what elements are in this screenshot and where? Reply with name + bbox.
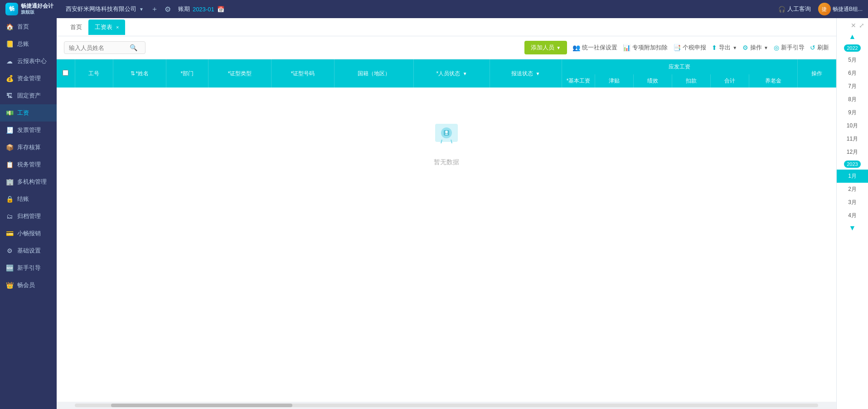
- refresh-btn[interactable]: ↺ 刷新: [810, 44, 829, 52]
- th-report-status[interactable]: 报送状态 ▼: [490, 59, 562, 88]
- guide-btn[interactable]: ◎ 新手引导: [774, 44, 805, 52]
- empty-text: 暂无数据: [434, 158, 459, 166]
- year-2023-label: 2023: [844, 161, 860, 168]
- company-selector[interactable]: 西安虾米网络科技有限公司 ▼: [66, 5, 144, 13]
- th-dept: *部门: [166, 59, 209, 88]
- refresh-icon: ↺: [810, 44, 815, 51]
- operations-btn[interactable]: ⚙ 操作 ▼: [742, 44, 768, 52]
- sidebar-label-close: 结账: [17, 195, 29, 203]
- cal-month-2023-04[interactable]: 4月: [837, 209, 868, 222]
- service-label: 人工客询: [787, 5, 811, 13]
- th-status[interactable]: *人员状态 ▼: [414, 59, 490, 88]
- th-name[interactable]: ⇅ *姓名: [113, 59, 166, 88]
- member-icon: 👑: [5, 282, 14, 289]
- select-all-checkbox[interactable]: [63, 70, 68, 76]
- th-emp-no: 工号: [75, 59, 113, 88]
- sidebar-item-expense[interactable]: 💳 小畅报销: [0, 225, 57, 242]
- cal-month-2022-07[interactable]: 7月: [837, 80, 868, 93]
- tab-home[interactable]: 首页: [64, 19, 88, 35]
- social-security-btn[interactable]: 👥 统一社保设置: [572, 44, 617, 52]
- sidebar-label-ledger: 总账: [17, 40, 29, 48]
- sidebar: 🏠 首页 📒 总账 ☁ 云报表中心 💰 资金管理 🏗 固定资产 💵 工资 🧾 发…: [0, 18, 57, 409]
- special-deduct-label: 专项附加扣除: [632, 44, 668, 52]
- inventory-icon: 📦: [5, 144, 14, 151]
- header-icons: ＋ ⚙: [151, 5, 171, 14]
- empty-state: 暂无数据: [57, 88, 836, 194]
- sidebar-item-cloud-report[interactable]: ☁ 云报表中心: [0, 53, 57, 70]
- sidebar-label-inventory: 库存核算: [17, 143, 41, 151]
- user-profile[interactable]: 捷 畅捷通B组...: [818, 3, 863, 15]
- payroll-table: 工号 ⇅ *姓名 *部门 *证型类型 *证型号码 国籍（地区） *人员状态: [57, 59, 836, 88]
- tax-report-btn[interactable]: 📑 个税申报: [673, 44, 706, 52]
- social-security-label: 统一社保设置: [582, 44, 617, 52]
- sidebar-label-fixed-assets: 固定资产: [17, 92, 41, 100]
- panel-close-icon[interactable]: ✕: [851, 22, 856, 29]
- ledger-icon: 📒: [5, 40, 14, 48]
- operations-arrow-icon: ▼: [764, 45, 768, 50]
- sidebar-item-invoice[interactable]: 🧾 发票管理: [0, 122, 57, 139]
- cal-month-2022-12[interactable]: 12月: [837, 146, 868, 159]
- logo-area: 畅 畅捷通好会计 旗舰版: [5, 3, 62, 15]
- cal-nav-down[interactable]: ▼: [847, 222, 858, 234]
- search-icon: 🔍: [130, 44, 137, 51]
- search-input[interactable]: [69, 44, 128, 51]
- company-name: 西安虾米网络科技有限公司: [66, 5, 136, 13]
- sidebar-item-ledger[interactable]: 📒 总账: [0, 35, 57, 53]
- sidebar-item-home[interactable]: 🏠 首页: [0, 18, 57, 35]
- fund-icon: 💰: [5, 75, 14, 82]
- multi-org-icon: 🏢: [5, 178, 14, 185]
- cal-month-2022-11[interactable]: 11月: [837, 132, 868, 146]
- sidebar-label-expense: 小畅报销: [17, 229, 41, 238]
- sidebar-item-archive[interactable]: 🗂 归档管理: [0, 208, 57, 225]
- add-person-button[interactable]: 添加人员 ▼: [524, 41, 567, 54]
- special-deduct-btn[interactable]: 📊 专项附加扣除: [623, 44, 668, 52]
- settings-icon[interactable]: ⚙: [165, 5, 171, 14]
- sidebar-item-settings[interactable]: ⚙ 基础设置: [0, 242, 57, 259]
- add-icon[interactable]: ＋: [151, 5, 158, 14]
- sidebar-item-fund[interactable]: 💰 资金管理: [0, 70, 57, 87]
- sidebar-item-member[interactable]: 👑 畅会员: [0, 277, 57, 294]
- sidebar-label-payroll: 工资: [17, 109, 29, 117]
- cal-month-2022-05[interactable]: 5月: [837, 54, 868, 67]
- sidebar-label-cloud-report: 云报表中心: [17, 57, 47, 65]
- th-deduct: 扣款: [672, 74, 711, 88]
- sidebar-item-guide[interactable]: 🆕 新手引导: [0, 259, 57, 277]
- tab-close-icon[interactable]: ×: [116, 24, 119, 30]
- cloud-icon: ☁: [5, 58, 14, 65]
- sidebar-item-tax[interactable]: 📋 税务管理: [0, 156, 57, 173]
- cal-nav-up[interactable]: ▲: [847, 31, 858, 43]
- app-logo-icon: 畅: [5, 3, 18, 15]
- app-name: 畅捷通好会计: [21, 3, 53, 9]
- add-person-label: 添加人员: [531, 44, 554, 52]
- fixed-assets-icon: 🏗: [5, 92, 14, 99]
- panel-expand-icon[interactable]: ⤢: [859, 22, 864, 29]
- cal-month-2022-06[interactable]: 6月: [837, 67, 868, 80]
- calendar-icon[interactable]: 📅: [217, 6, 224, 13]
- headset-icon: 🎧: [778, 6, 786, 13]
- cal-month-2023-02[interactable]: 2月: [837, 183, 868, 196]
- cal-month-2023-01[interactable]: 1月: [837, 170, 868, 183]
- cal-month-2022-09[interactable]: 9月: [837, 106, 868, 119]
- tab-payroll-label: 工资表: [95, 23, 112, 31]
- customer-service-btn[interactable]: 🎧 人工客询: [778, 5, 811, 13]
- scroll-thumb[interactable]: [111, 404, 292, 407]
- tab-payroll[interactable]: 工资表 ×: [88, 19, 125, 35]
- sidebar-item-fixed-assets[interactable]: 🏗 固定资产: [0, 87, 57, 104]
- home-icon: 🏠: [5, 23, 14, 30]
- sidebar-item-inventory[interactable]: 📦 库存核算: [0, 139, 57, 156]
- chevron-down-icon: ▼: [139, 7, 144, 12]
- cal-month-2023-03[interactable]: 3月: [837, 196, 868, 209]
- export-btn[interactable]: ⬆ 导出 ▼: [712, 44, 737, 52]
- period-value: 2023-01: [193, 6, 214, 13]
- sidebar-item-close[interactable]: 🔒 结账: [0, 190, 57, 208]
- cal-month-2022-10[interactable]: 10月: [837, 119, 868, 132]
- sidebar-item-payroll[interactable]: 💵 工资: [0, 104, 57, 122]
- sidebar-label-multi-org: 多机构管理: [17, 178, 47, 186]
- cal-month-2022-08[interactable]: 8月: [837, 93, 868, 106]
- th-checkbox[interactable]: [57, 59, 75, 88]
- sidebar-item-multi-org[interactable]: 🏢 多机构管理: [0, 173, 57, 190]
- sidebar-label-fund: 资金管理: [17, 74, 41, 83]
- th-id-type: *证型类型: [209, 59, 272, 88]
- guide-toolbar-icon: ◎: [774, 44, 779, 51]
- settings-sidebar-icon: ⚙: [5, 247, 14, 254]
